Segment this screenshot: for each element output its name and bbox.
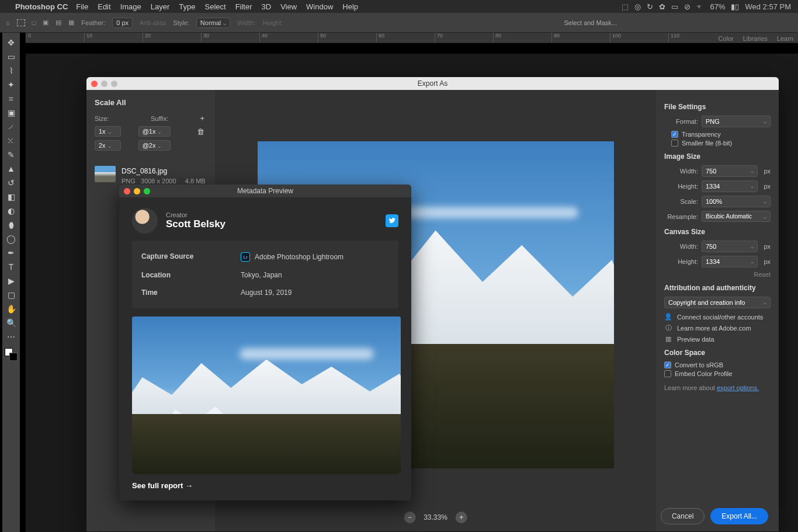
preview-data-link[interactable]: ▥Preview data	[664, 335, 771, 343]
dodge-tool-icon[interactable]: ◯	[4, 232, 19, 245]
tab-learn[interactable]: Learn	[776, 33, 794, 44]
add-selection-icon[interactable]: ▣	[43, 19, 48, 26]
intersect-selection-icon[interactable]: ▦	[68, 19, 74, 26]
menu-image[interactable]: Image	[120, 2, 141, 11]
eyedropper-tool-icon[interactable]: ⟋	[4, 120, 19, 133]
cc-icon[interactable]: ◎	[634, 2, 641, 11]
connect-accounts-link[interactable]: 👤Connect social/other accounts	[664, 313, 771, 321]
wifi-icon[interactable]: ᯤ	[696, 2, 704, 11]
menu-view[interactable]: View	[280, 2, 297, 11]
do-not-disturb-icon[interactable]: ⊘	[684, 2, 691, 11]
zoom-controls: − 33.33% +	[404, 512, 467, 523]
delete-size-button[interactable]: 🗑	[195, 127, 207, 136]
height-input[interactable]: 1334⌵	[702, 180, 758, 192]
crop-tool-icon[interactable]: ⌗	[4, 92, 19, 105]
home-icon[interactable]: ⌂	[6, 19, 10, 26]
healing-brush-tool-icon[interactable]: ⛌	[4, 134, 19, 147]
clone-stamp-tool-icon[interactable]: ▲	[4, 162, 19, 175]
zoom-in-button[interactable]: +	[456, 512, 467, 523]
brush-tool-icon[interactable]: ✎	[4, 148, 19, 161]
zoom-tool-icon[interactable]: 🔍	[4, 317, 19, 329]
tab-libraries[interactable]: Libraries	[742, 33, 769, 44]
foreground-background-swatch[interactable]	[5, 348, 18, 361]
add-size-button[interactable]: +	[197, 114, 207, 123]
marquee-tool-icon[interactable]: ▭	[4, 50, 19, 63]
embed-profile-checkbox[interactable]	[664, 370, 671, 377]
export-options-link[interactable]: export options.	[717, 384, 759, 391]
menu-filter[interactable]: Filter	[235, 2, 252, 11]
see-full-report-link[interactable]: See full report →	[132, 481, 398, 490]
size-select-1[interactable]: 1x⌵	[95, 126, 121, 137]
width-input[interactable]: 750⌵	[702, 165, 758, 177]
smaller-file-checkbox[interactable]	[671, 140, 678, 147]
blur-tool-icon[interactable]: ⬮	[4, 218, 19, 231]
eraser-tool-icon[interactable]: ◧	[4, 190, 19, 203]
export-title: Export As	[418, 79, 447, 88]
close-window-icon[interactable]	[91, 81, 98, 87]
pen-tool-icon[interactable]: ✒	[4, 246, 19, 259]
metadata-titlebar[interactable]: Metadata Preview	[119, 185, 411, 197]
subtract-selection-icon[interactable]: ▤	[55, 19, 61, 26]
learn-more-text: Learn more about	[664, 384, 717, 391]
tab-color[interactable]: Color	[717, 33, 734, 44]
display-icon[interactable]: ▭	[671, 2, 678, 11]
select-and-mask-button[interactable]: Select and Mask...	[564, 19, 617, 26]
menu-3d[interactable]: 3D	[262, 2, 272, 11]
learn-adobe-link[interactable]: ⓘLearn more at Adobe.com	[664, 324, 771, 332]
menu-select[interactable]: Select	[204, 2, 225, 11]
canvas-width-input[interactable]: 750⌵	[702, 241, 758, 252]
gear-icon[interactable]: ✿	[659, 2, 665, 11]
magic-wand-tool-icon[interactable]: ✦	[4, 78, 19, 91]
reset-button[interactable]: Reset	[664, 271, 771, 278]
maximize-window-icon[interactable]	[111, 81, 117, 87]
asset-row[interactable]: DSC_0816.jpg PNG 3008 x 2000 4.8 MB	[95, 166, 207, 186]
history-brush-tool-icon[interactable]: ↺	[4, 176, 19, 189]
app-name[interactable]: Photoshop CC	[15, 2, 68, 11]
zoom-out-button[interactable]: −	[404, 512, 415, 523]
minimize-window-icon[interactable]	[134, 188, 140, 194]
dropbox-icon[interactable]: ⬚	[622, 2, 629, 11]
new-selection-icon[interactable]: □	[32, 19, 36, 26]
battery-icon[interactable]: ▮▯	[731, 2, 739, 11]
suffix-select-1[interactable]: @1x⌵	[138, 126, 171, 137]
size-select-2[interactable]: 2x⌵	[95, 140, 121, 151]
sync-icon[interactable]: ↻	[647, 2, 653, 11]
close-window-icon[interactable]	[124, 188, 130, 194]
marquee-tool-icon[interactable]	[17, 19, 25, 26]
menu-edit[interactable]: Edit	[98, 2, 110, 11]
twitter-icon[interactable]	[386, 214, 398, 227]
transparency-checkbox[interactable]	[671, 131, 678, 138]
canvas-height-input[interactable]: 1334⌵	[702, 256, 758, 267]
minimize-window-icon[interactable]	[101, 81, 107, 87]
menu-window[interactable]: Window	[306, 2, 333, 11]
style-select[interactable]: Normal⌵	[196, 18, 230, 28]
cancel-button[interactable]: Cancel	[661, 508, 705, 524]
clock[interactable]: Wed 2:57 PM	[745, 2, 791, 11]
rectangle-tool-icon[interactable]: ▢	[4, 288, 19, 301]
menu-type[interactable]: Type	[179, 2, 195, 11]
type-tool-icon[interactable]: T	[4, 260, 19, 273]
copyright-select[interactable]: Copyright and creation info⌵	[664, 297, 771, 308]
menu-file[interactable]: File	[76, 2, 88, 11]
format-select[interactable]: PNG⌵	[702, 116, 771, 127]
export-all-button[interactable]: Export All...	[710, 508, 768, 524]
path-selection-tool-icon[interactable]: ▶	[4, 274, 19, 287]
gradient-tool-icon[interactable]: ◐	[4, 204, 19, 217]
asset-thumbnail	[95, 166, 116, 182]
menu-layer[interactable]: Layer	[151, 2, 170, 11]
export-titlebar[interactable]: Export As	[86, 77, 779, 90]
feather-value[interactable]: 0 px	[112, 18, 133, 28]
menu-help[interactable]: Help	[342, 2, 358, 11]
size-label: Size:	[95, 115, 112, 122]
move-tool-icon[interactable]: ✥	[4, 36, 19, 49]
resample-select[interactable]: Bicubic Automatic⌵	[702, 211, 771, 222]
scale-select[interactable]: 100%⌵	[702, 196, 771, 207]
frame-tool-icon[interactable]: ▣	[4, 106, 19, 119]
hand-tool-icon[interactable]: ✋	[4, 302, 19, 315]
export-right-panel: File Settings Format: PNG⌵ Transparency …	[656, 90, 779, 531]
suffix-select-2[interactable]: @2x⌵	[138, 140, 171, 151]
maximize-window-icon[interactable]	[144, 188, 150, 194]
edit-toolbar-icon[interactable]: ⋯	[4, 331, 19, 343]
lasso-tool-icon[interactable]: ⌇	[4, 64, 19, 77]
convert-srgb-checkbox[interactable]	[664, 361, 671, 368]
